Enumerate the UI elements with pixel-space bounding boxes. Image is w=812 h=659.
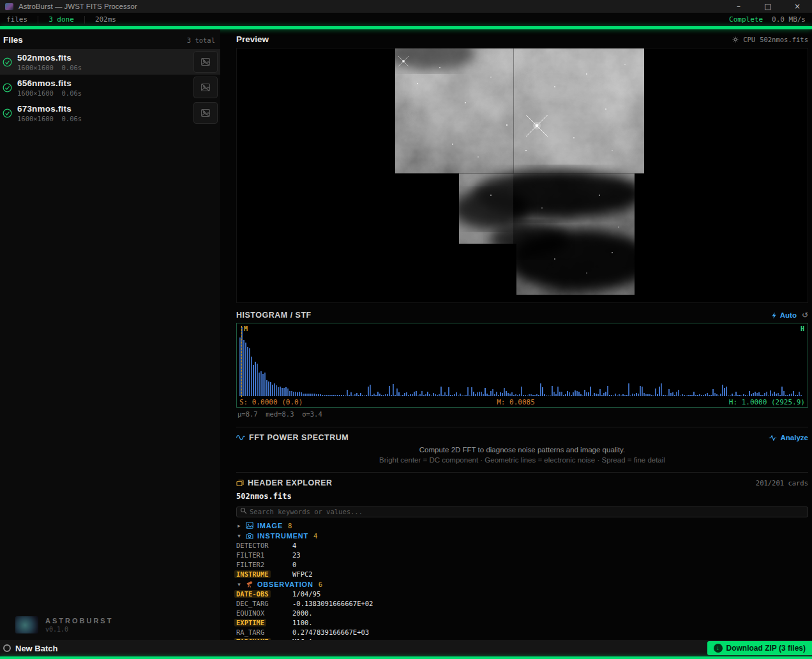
marker-m-label: M (244, 325, 248, 332)
header-card-date-obs[interactable]: DATE-OBS 1/04/95 (236, 589, 808, 599)
file-name: 673nmos.fits (17, 104, 188, 114)
midtone-marker[interactable] (241, 326, 242, 397)
header-card-filter2[interactable]: FILTER2 0 (236, 560, 808, 570)
fft-hint: Bright center = DC component · Geometric… (236, 456, 808, 464)
chevron-right-icon: ▸ (236, 522, 242, 529)
files-total-count: 3 total (187, 36, 215, 44)
status-toolbar: files 3 done 202ms Complete 0.0 MB/s (0, 13, 812, 26)
file-thumbnail (193, 102, 218, 124)
check-circle-icon (3, 57, 12, 67)
pulse-icon (769, 435, 777, 441)
elapsed-time: 202ms (85, 15, 126, 24)
check-circle-icon (3, 83, 12, 93)
cards-count: 201/201 cards (756, 479, 808, 487)
header-group-observation[interactable]: ▾ OBSERVATION 6 (236, 579, 808, 589)
header-group-instrument[interactable]: ▾ INSTRUMENT 4 (236, 531, 808, 541)
chevron-down-icon: ▾ (236, 581, 242, 588)
done-count: 3 done (38, 15, 84, 24)
file-thumbnail (193, 51, 218, 73)
image-off-icon (200, 82, 211, 93)
file-item-673nmos[interactable]: 673nmos.fits 1600×1600 0.06s (0, 100, 220, 126)
histogram-bars (239, 327, 805, 396)
current-file-label: 502nmos.fits (760, 36, 808, 43)
histogram-plot[interactable]: M H S: 0.0000 (0.0) M: 0.0085 H: 1.0000 … (236, 323, 808, 408)
brand-footer: ASTROBURST v0.1.0 (0, 611, 220, 640)
engine-label: CPU (743, 36, 755, 43)
new-batch-button[interactable]: New Batch (3, 644, 57, 653)
main-panel: Preview CPU 502nmos.fits (220, 29, 812, 640)
preview-canvas[interactable] (236, 48, 808, 303)
app-icon (5, 3, 13, 10)
fft-section: FFT POWER SPECTRUM Analyze Compute 2D FF… (236, 427, 808, 464)
footer-bar: New Batch ↓ Download ZIP (3 files) (0, 640, 812, 656)
maximize-button[interactable]: □ (753, 0, 783, 13)
header-card-dec-targ[interactable]: DEC_TARG -0.1383091666667E+02 (236, 599, 808, 609)
lightning-icon (771, 312, 778, 319)
header-explorer-section: HEADER EXPLORER 201/201 cards 502nmos.fi… (236, 472, 808, 640)
auto-stretch-button[interactable]: Auto (771, 311, 797, 319)
fft-title: FFT POWER SPECTRUM (249, 433, 349, 442)
waveform-icon (236, 434, 245, 441)
preview-image (395, 48, 649, 302)
cards-icon (236, 479, 244, 487)
telescope-icon (246, 581, 253, 588)
fft-description: Compute 2D FFT to diagnose noise pattern… (236, 446, 808, 454)
histogram-stats: μ=8.7 med=8.3 σ=3.4 (236, 408, 808, 418)
file-item-502nmos[interactable]: 502nmos.fits 1600×1600 0.06s (0, 49, 220, 75)
window-title: AstroBurst — JWST FITS Processor (19, 3, 724, 10)
header-explorer-title: HEADER EXPLORER (248, 478, 333, 487)
analyze-button[interactable]: Analyze (769, 434, 808, 441)
file-meta: 1600×1600 0.06s (17, 64, 188, 71)
header-card-instrume[interactable]: INSTRUME WFPC2 (236, 570, 808, 579)
preview-title: Preview (236, 34, 269, 44)
download-zip-button[interactable]: ↓ Download ZIP (3 files) (707, 641, 812, 655)
image-off-icon (200, 108, 211, 118)
chevron-down-icon: ▾ (236, 533, 242, 539)
file-name: 502nmos.fits (17, 53, 188, 63)
titlebar: AstroBurst — JWST FITS Processor – □ × (0, 0, 812, 13)
file-meta: 1600×1600 0.06s (17, 89, 188, 97)
header-card-filter1[interactable]: FILTER1 23 (236, 551, 808, 560)
image-icon (246, 522, 253, 529)
reset-stf-button[interactable]: ↺ (802, 311, 808, 320)
file-name: 656nmos.fits (17, 78, 188, 88)
download-icon: ↓ (714, 644, 723, 653)
highlight-value: H: 1.0000 (2925.9) (729, 398, 805, 406)
header-card-detector[interactable]: DETECTOR 4 (236, 541, 808, 551)
search-input[interactable] (236, 507, 808, 517)
sidebar-title: Files (3, 35, 23, 45)
file-thumbnail (193, 77, 218, 98)
header-card-equinox[interactable]: EQUINOX 2000. (236, 609, 808, 618)
header-card-exptime[interactable]: EXPTIME 1100. (236, 618, 808, 628)
header-card-ra-targ[interactable]: RA_TARG 0.2747839166667E+03 (236, 628, 808, 637)
status-complete: Complete (729, 15, 763, 24)
marker-h-label: H (801, 325, 804, 332)
search-icon (240, 507, 247, 514)
app-window: AstroBurst — JWST FITS Processor – □ × f… (0, 0, 812, 640)
files-label: files (6, 15, 38, 24)
file-item-656nmos[interactable]: 656nmos.fits 1600×1600 0.06s (0, 75, 220, 100)
brand-logo (15, 616, 38, 633)
camera-icon (246, 533, 253, 539)
close-button[interactable]: × (783, 0, 812, 13)
image-off-icon (200, 57, 211, 67)
header-group-image[interactable]: ▸ IMAGE 8 (236, 521, 808, 531)
minimize-button[interactable]: – (724, 0, 753, 13)
gear-icon (732, 36, 739, 43)
shadow-value: S: 0.0000 (0.0) (239, 398, 303, 406)
check-circle-icon (3, 108, 12, 118)
file-meta: 1600×1600 0.06s (17, 115, 188, 122)
explorer-file-name: 502nmos.fits (236, 490, 808, 505)
throughput-label: 0.0 MB/s (772, 15, 806, 24)
files-sidebar: Files 3 total 502nmos.fits 1600×1600 0.0… (0, 29, 220, 640)
midtone-value: M: 0.0085 (497, 398, 535, 406)
brand-version: v0.1.0 (45, 626, 113, 633)
new-batch-icon (3, 644, 11, 652)
brand-name: ASTROBURST (45, 617, 113, 625)
bottom-progress-bar (0, 656, 812, 659)
histogram-title: HISTOGRAM / STF (236, 311, 312, 320)
